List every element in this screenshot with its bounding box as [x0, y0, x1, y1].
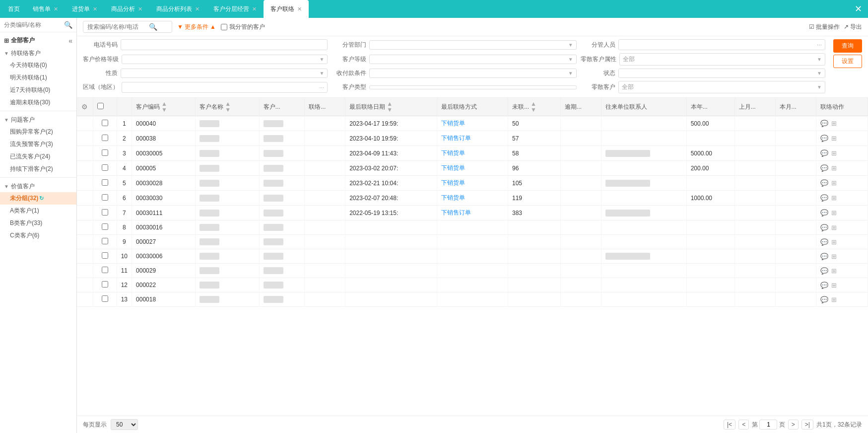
tab-sales[interactable]: 销售单 ✕: [26, 0, 65, 18]
action-comment-icon[interactable]: 💬: [820, 120, 828, 127]
action-comment-icon[interactable]: 💬: [820, 149, 828, 157]
action-grid-icon[interactable]: ⊞: [831, 209, 837, 216]
filter-retail-customer-select[interactable]: 全部 ▼: [618, 81, 825, 93]
tab-sales-close[interactable]: ✕: [54, 6, 58, 12]
filter-more-btn[interactable]: ▼ 更多条件 ▲: [177, 23, 216, 31]
td-checkbox[interactable]: [93, 220, 117, 235]
tab-product-analysis-close[interactable]: ✕: [138, 6, 142, 12]
last-method-link[interactable]: 下销货单: [441, 194, 465, 201]
settings-icon[interactable]: ⚙: [81, 103, 88, 111]
dots-icon[interactable]: ···: [817, 41, 822, 48]
my-customers-checkbox[interactable]: 我分管的客户: [221, 23, 265, 31]
td-checkbox[interactable]: [93, 116, 117, 131]
filter-phone-input[interactable]: [121, 39, 328, 50]
sidebar-group-pending[interactable]: ▼ 待联络客户: [0, 47, 76, 59]
filter-nature-select[interactable]: ▼: [121, 69, 328, 78]
sidebar-item-c-class[interactable]: C类客户(6): [0, 229, 76, 242]
action-comment-icon[interactable]: 💬: [820, 179, 828, 187]
page-size-select[interactable]: 50 20 100: [111, 419, 138, 430]
action-comment-icon[interactable]: 💬: [820, 267, 828, 275]
action-comment-icon[interactable]: 💬: [820, 194, 828, 202]
refresh-icon[interactable]: ↻: [39, 195, 44, 202]
last-method-link[interactable]: 下销货单: [441, 179, 465, 186]
row-checkbox[interactable]: [102, 149, 108, 156]
th-cat[interactable]: 客户...: [259, 98, 305, 116]
filter-price-level-select[interactable]: ▼: [122, 55, 328, 64]
last-method-link[interactable]: 下销售订单: [441, 135, 471, 142]
filter-retail-attr-select[interactable]: 全部 ▼: [619, 53, 825, 66]
query-btn[interactable]: 查询: [833, 39, 862, 53]
row-checkbox[interactable]: [102, 194, 108, 201]
action-grid-icon[interactable]: ⊞: [831, 149, 837, 157]
close-all-icon[interactable]: ✕: [855, 3, 866, 14]
action-comment-icon[interactable]: 💬: [820, 164, 828, 172]
th-contact[interactable]: 联络...: [305, 98, 345, 116]
row-checkbox[interactable]: [102, 252, 108, 259]
sidebar-item-today[interactable]: 今天待联络(0): [0, 59, 76, 72]
th-checkbox[interactable]: [93, 98, 117, 116]
action-grid-icon[interactable]: ⊞: [831, 179, 837, 187]
last-method-link[interactable]: 下销售订单: [441, 209, 471, 216]
td-checkbox[interactable]: [93, 146, 117, 161]
filter-customer-level-select[interactable]: ▼: [369, 55, 576, 64]
last-method-link[interactable]: 下销货单: [441, 120, 465, 127]
tab-product-list-close[interactable]: ✕: [195, 6, 200, 12]
sidebar-item-ungrouped[interactable]: 未分组(32) ↻: [0, 192, 76, 205]
tab-purchase[interactable]: 进货单 ✕: [65, 0, 104, 18]
sidebar-group-problem[interactable]: ▼ 问题客户: [0, 113, 76, 126]
th-overdue[interactable]: 逾期...: [560, 98, 601, 116]
prev-page-btn[interactable]: <: [738, 420, 749, 430]
page-input[interactable]: [759, 420, 777, 430]
row-checkbox[interactable]: [102, 223, 108, 230]
filter-search-input[interactable]: [87, 23, 147, 30]
action-grid-icon[interactable]: ⊞: [831, 120, 837, 127]
filter-search-icon[interactable]: 🔍: [149, 23, 157, 31]
last-method-link[interactable]: 下销货单: [441, 149, 465, 156]
td-checkbox[interactable]: [93, 191, 117, 206]
filter-person-select[interactable]: ···: [618, 39, 825, 50]
action-comment-icon[interactable]: 💬: [820, 253, 828, 260]
first-page-btn[interactable]: |<: [724, 420, 735, 430]
sidebar-search-icon[interactable]: 🔍: [64, 21, 72, 29]
next-page-btn[interactable]: >: [788, 420, 799, 430]
th-unlisted[interactable]: 未联... ▲▼: [508, 98, 560, 116]
row-checkbox[interactable]: [102, 164, 108, 171]
sidebar-item-a-class[interactable]: A类客户(1): [0, 205, 76, 217]
last-page-btn[interactable]: >|: [801, 420, 813, 430]
td-checkbox[interactable]: [93, 292, 117, 307]
batch-ops-btn[interactable]: ☑ 批量操作: [809, 23, 840, 31]
row-checkbox[interactable]: [102, 281, 108, 288]
filter-payment-select[interactable]: ▼: [369, 69, 576, 78]
action-grid-icon[interactable]: ⊞: [831, 238, 837, 246]
td-checkbox[interactable]: [93, 264, 117, 278]
action-grid-icon[interactable]: ⊞: [831, 253, 837, 260]
td-checkbox[interactable]: [93, 235, 117, 249]
row-checkbox[interactable]: [102, 209, 108, 216]
th-last-date[interactable]: 最后联络日期 ▲▼: [345, 98, 437, 116]
action-comment-icon[interactable]: 💬: [820, 209, 828, 216]
sidebar-group-value[interactable]: ▼ 价值客户: [0, 180, 76, 192]
action-comment-icon[interactable]: 💬: [820, 296, 828, 303]
my-customers-check-input[interactable]: [221, 24, 227, 30]
sidebar-item-overdue[interactable]: 逾期未联络(30): [0, 96, 76, 109]
all-customers-header[interactable]: ⊞ 全部客户 «: [0, 32, 76, 47]
action-grid-icon[interactable]: ⊞: [831, 194, 837, 202]
action-comment-icon[interactable]: 💬: [820, 238, 828, 246]
sidebar-item-abnormal[interactable]: 囤购异常客户(2): [0, 126, 76, 138]
sidebar-item-7days[interactable]: 近7天待联络(0): [0, 84, 76, 96]
td-checkbox[interactable]: [93, 206, 117, 220]
tab-product-analysis[interactable]: 商品分析 ✕: [104, 0, 149, 18]
dots-icon-2[interactable]: ···: [319, 84, 324, 91]
sidebar-item-tomorrow[interactable]: 明天待联络(1): [0, 72, 76, 84]
sidebar-item-churn-warning[interactable]: 流失预警客户(3): [0, 138, 76, 150]
select-all-checkbox[interactable]: [97, 103, 104, 109]
action-comment-icon[interactable]: 💬: [820, 224, 828, 231]
action-grid-icon[interactable]: ⊞: [831, 224, 837, 231]
row-checkbox[interactable]: [102, 238, 108, 244]
action-grid-icon[interactable]: ⊞: [831, 296, 837, 303]
tab-customer-contact-close[interactable]: ✕: [297, 6, 302, 12]
action-grid-icon[interactable]: ⊞: [831, 267, 837, 275]
tab-customer-tier-close[interactable]: ✕: [252, 6, 257, 12]
filter-status-select[interactable]: ▼: [618, 69, 825, 78]
row-checkbox[interactable]: [102, 120, 108, 126]
